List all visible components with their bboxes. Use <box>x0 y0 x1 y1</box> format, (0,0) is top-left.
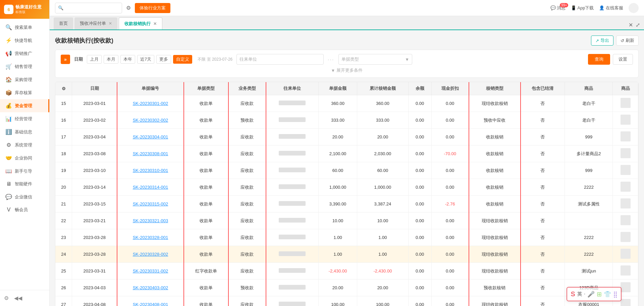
sidebar-item-采购管理[interactable]: 🏠采购管理 <box>0 73 49 86</box>
cell-total-amount: 10.00 <box>357 212 408 229</box>
refresh-icon: ↺ <box>621 38 624 43</box>
doc-no-link[interactable]: SK-20230304-001 <box>133 134 168 139</box>
doc-no-link[interactable]: SK-20230328-002 <box>133 252 168 257</box>
date-btn-custom[interactable]: 自定义 <box>173 55 192 64</box>
cell-date: 2023-03-28 <box>72 229 117 246</box>
cell-total-amount: 60.00 <box>357 162 408 179</box>
sidebar-item-销售管理[interactable]: 🛒销售管理 <box>0 60 49 73</box>
topbar-search-box[interactable]: 🔍 <box>55 3 122 13</box>
user-avatar[interactable] <box>629 3 639 13</box>
tab-verify[interactable]: 收款核销执行 ✕ <box>119 17 162 29</box>
cell-id: 17 <box>55 129 72 145</box>
sidebar-item-系统管理[interactable]: ⚙系统管理 <box>0 138 49 151</box>
page-title: 收款核销执行(按收款) <box>55 37 113 45</box>
cell-doc-type: 收款单 <box>184 145 228 162</box>
doc-no-link[interactable]: SK-20230308-001 <box>133 151 168 156</box>
cell-goods2 <box>613 129 638 145</box>
sidebar-item-基础信息[interactable]: ℹ️基础信息 <box>0 125 49 138</box>
sidebar-item-企业协同[interactable]: 🤝企业协同 <box>0 151 49 165</box>
table-row: 23 2023-03-28 SK-20230328-001 收款单 应收款 1.… <box>55 229 638 246</box>
cell-biz-type: 应收款 <box>228 129 266 145</box>
nav-label-0: 搜索菜单 <box>15 24 32 30</box>
date-btn-more[interactable]: 更多 <box>156 55 171 64</box>
sidebar-item-搜索菜单[interactable]: 🔍搜索菜单 <box>0 21 49 34</box>
cell-id: 22 <box>55 212 72 229</box>
cell-balance: 0.00 <box>408 145 431 162</box>
cell-total-amount: 2,030.00 <box>357 145 408 162</box>
cell-balance: 0.00 <box>408 229 431 246</box>
cell-unit <box>266 162 318 179</box>
expand-more-row[interactable]: ▼ 展开更多条件 <box>61 67 633 73</box>
setting-btn[interactable]: 设置 <box>613 54 633 65</box>
doc-no-link[interactable]: SK-20230310-001 <box>133 168 168 173</box>
settings-gear-icon[interactable]: ⚙ <box>4 295 9 301</box>
online-service-link[interactable]: 👤 在线客服 <box>599 5 623 11</box>
th-settings[interactable]: ⚙ <box>55 82 72 95</box>
type-select[interactable]: 单据类型 ▼ <box>338 54 412 65</box>
table-row: 18 2023-03-08 SK-20230308-001 收款单 应收款 2,… <box>55 145 638 162</box>
sidebar-item-资金管理[interactable]: 💰资金管理 <box>0 99 49 112</box>
sidebar-item-快捷导航[interactable]: ⚡快捷导航 <box>0 34 49 47</box>
sidebar-item-畅会员[interactable]: V畅会员 <box>0 203 49 216</box>
nav-icon-4: 🏠 <box>5 76 12 83</box>
sidebar-item-经营管理[interactable]: 📊经营管理 <box>0 112 49 125</box>
sidebar-item-智能硬件[interactable]: 🖥智能硬件 <box>0 178 49 190</box>
date-quick-btns: 上月 本月 本年 近7天 更多 自定义 <box>87 55 192 64</box>
cell-verify-type: 现结收款核销 <box>469 296 521 306</box>
collapse-icon[interactable]: ◀◀ <box>14 295 22 301</box>
date-btn-7days[interactable]: 近7天 <box>137 55 154 64</box>
date-btn-this-month[interactable]: 本月 <box>104 55 118 64</box>
tab-verify-close[interactable]: ✕ <box>153 21 157 26</box>
cell-goods1: 999 <box>565 162 613 179</box>
cell-biz-type: 应收款 <box>228 263 266 280</box>
doc-no-link[interactable]: SK-20230403-002 <box>133 285 168 290</box>
cell-verify-type: 收款核销 <box>469 162 521 179</box>
filter-expand-btn[interactable]: » <box>61 55 70 64</box>
cell-total-amount: 1.00 <box>357 229 408 246</box>
date-btn-last-month[interactable]: 上月 <box>87 55 102 64</box>
doc-no-link[interactable]: SK-20230321-003 <box>133 218 168 223</box>
tab-home[interactable]: 首页 <box>54 17 73 29</box>
logo-text: 畅康道好生意 标推版 <box>15 4 42 15</box>
cell-balance: 0.00 <box>408 212 431 229</box>
doc-no-link[interactable]: SK-20230408-001 <box>133 302 168 306</box>
nav-icon-0: 🔍 <box>5 24 12 30</box>
doc-no-link[interactable]: SK-20230301-002 <box>133 101 168 106</box>
topbar-gear-icon[interactable]: ⚙ <box>126 5 131 11</box>
cell-biz-type: 应收款 <box>228 246 266 263</box>
doc-no-link[interactable]: SK-20230328-001 <box>133 235 168 240</box>
tab-close-icon[interactable]: ✕ <box>629 22 633 28</box>
cell-goods2 <box>613 280 638 296</box>
export-btn[interactable]: ↗ 导出 <box>591 36 613 46</box>
sidebar-item-营销推广[interactable]: 📢营销推广 <box>0 47 49 60</box>
sidebar-item-库存核算[interactable]: 📦库存核算 <box>0 86 49 99</box>
cell-balance: 0.00 <box>408 95 431 112</box>
column-settings-icon[interactable]: ⚙ <box>62 86 66 91</box>
cell-amount: 1.00 <box>318 229 357 246</box>
cell-included: 否 <box>521 280 565 296</box>
topbar-right: 💬 消息 99+ 📱 App下载 👤 在线客服 <box>550 3 639 13</box>
doc-no-link[interactable]: SK-20230314-001 <box>133 185 168 190</box>
refresh-btn[interactable]: ↺ 刷新 <box>616 36 639 46</box>
tab-expand-icon[interactable]: ⤢ <box>636 22 640 28</box>
doc-no-link[interactable]: SK-20230331-002 <box>133 268 168 273</box>
tab-advance-close[interactable]: ✕ <box>109 21 112 26</box>
cell-doc-no: SK-20230310-001 <box>117 162 183 179</box>
cell-date: 2023-03-01 <box>72 95 117 112</box>
unit-input[interactable]: 往来单位 <box>236 54 324 65</box>
doc-no-link[interactable]: SK-20230315-002 <box>133 201 168 206</box>
tab-advance[interactable]: 预收冲应付单 ✕ <box>74 17 117 29</box>
sidebar-item-新手引导[interactable]: 📖新手引导 <box>0 165 49 178</box>
query-btn[interactable]: 查询 <box>588 54 610 65</box>
date-filter-label: 日期 <box>74 56 83 62</box>
app-download-link[interactable]: 📱 App下载 <box>571 5 594 11</box>
cell-discount: 0.00 <box>431 246 469 263</box>
cell-balance: 0.00 <box>408 112 431 129</box>
industry-btn[interactable]: 体验行业方案 <box>135 3 170 13</box>
doc-no-link[interactable]: SK-20230302-002 <box>133 118 168 123</box>
sidebar-item-企业微信[interactable]: 💬企业微信 <box>0 190 49 203</box>
date-btn-this-year[interactable]: 本年 <box>120 55 135 64</box>
cell-doc-type: 收款单 <box>184 246 228 263</box>
nav-label-5: 库存核算 <box>15 90 32 96</box>
messages-btn[interactable]: 💬 消息 99+ <box>550 5 566 11</box>
